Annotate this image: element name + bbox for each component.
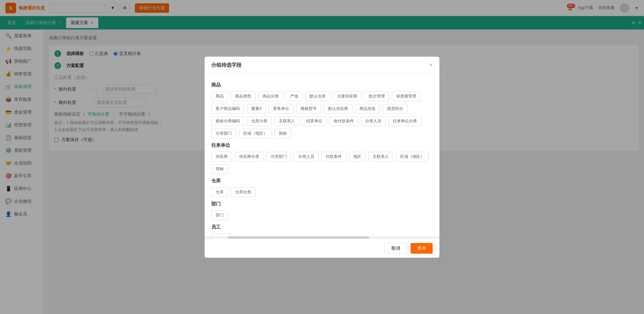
section-title-warehouse: 仓库 — [211, 178, 433, 184]
field-tags-dept: 部门 — [211, 210, 433, 220]
field-tags-employee: 业务员 — [211, 234, 433, 237]
field-tag[interactable]: 分管人员 — [294, 152, 319, 162]
field-tag[interactable]: 简称 — [211, 164, 228, 174]
field-tag[interactable]: 主联系人 — [274, 116, 299, 126]
field-tag[interactable]: 商品类型 — [231, 91, 256, 101]
field-tags-partner: 供应商 供应商分类 分管部门 分管人员 付款条件 地区 主联系人 区域（地区） … — [211, 152, 433, 174]
field-tags-goods: 商品 商品类型 商品分类 产地 默认仓库 主要供应商 批次管理 保质期管理 客户… — [211, 91, 433, 138]
field-tag[interactable]: 主联系人 — [368, 152, 393, 162]
field-select-modal: 分组待选字段 × 商品 商品 商品类型 商品分类 产地 默认仓库 主要供应商 批… — [205, 57, 439, 258]
field-tag[interactable]: 区域（地区） — [396, 152, 429, 162]
field-tag[interactable]: 收付款条件 — [329, 116, 358, 126]
field-tag[interactable]: 默认供应商 — [324, 104, 353, 114]
field-tag[interactable]: 分管人员 — [361, 116, 386, 126]
field-tag[interactable]: 区域（地区） — [239, 129, 272, 138]
field-tag[interactable]: 商品分类 — [258, 91, 283, 101]
scrollbar-thumb — [228, 236, 369, 238]
section-title-employee: 员工 — [211, 224, 433, 230]
field-tag[interactable]: 客户商品编码 — [211, 104, 244, 114]
field-tag[interactable]: 默认仓库 — [305, 91, 330, 101]
modal-title: 分组待选字段 — [211, 62, 241, 68]
modal-header: 分组待选字段 × — [205, 57, 439, 73]
field-tag[interactable]: 规格型号 — [296, 104, 321, 114]
field-tag[interactable]: 税收分类编码 — [211, 116, 244, 126]
field-tag[interactable]: 主要供应商 — [333, 91, 362, 101]
field-tag[interactable]: 零售单位 — [269, 104, 293, 114]
field-tag[interactable]: 拣货积分 — [383, 104, 408, 114]
field-tag[interactable]: 供应商 — [211, 152, 232, 162]
field-tags-warehouse: 仓库 仓库分类 — [211, 187, 433, 197]
field-tag[interactable]: 分管部门 — [266, 152, 291, 162]
field-tag[interactable]: 往来单位分类 — [388, 116, 421, 126]
section-title-goods: 商品 — [211, 82, 433, 88]
field-tag[interactable]: 商品别名 — [355, 104, 380, 114]
field-tag[interactable]: 批次管理 — [364, 91, 389, 101]
confirm-button[interactable]: 查询 — [411, 243, 433, 254]
modal-footer: 取消 查询 — [205, 239, 439, 258]
section-title-dept: 部门 — [211, 201, 433, 207]
modal-close-btn[interactable]: × — [429, 62, 433, 68]
field-tag[interactable]: 仓库分类 — [231, 187, 256, 197]
modal-overlay: 分组待选字段 × 商品 商品 商品类型 商品分类 产地 默认仓库 主要供应商 批… — [0, 0, 644, 314]
field-tag[interactable]: 仓库分类 — [247, 116, 272, 126]
field-tag[interactable]: 部门 — [211, 210, 228, 220]
field-tag[interactable]: 业务员 — [211, 234, 232, 237]
cancel-button[interactable]: 取消 — [384, 243, 407, 254]
field-tag[interactable]: 供应商分类 — [235, 152, 264, 162]
modal-body: 商品 商品 商品类型 商品分类 产地 默认仓库 主要供应商 批次管理 保质期管理… — [205, 73, 439, 237]
field-tag[interactable]: 仓库 — [211, 187, 228, 197]
field-tag[interactable]: 地区 — [349, 152, 366, 162]
field-tag[interactable]: 简称 — [274, 129, 291, 138]
modal-horizontal-scrollbar[interactable] — [205, 236, 439, 238]
field-tag[interactable]: 结算单位 — [302, 116, 327, 126]
field-tag[interactable]: 商品 — [211, 91, 228, 101]
field-tag[interactable]: 分管部门 — [211, 129, 236, 138]
field-tag[interactable]: 保质期管理 — [392, 91, 421, 101]
field-tag[interactable]: 产地 — [286, 91, 303, 101]
field-tag[interactable]: 付款条件 — [321, 152, 346, 162]
section-title-partner: 往来单位 — [211, 142, 433, 148]
field-tag[interactable]: 重量3 — [247, 104, 266, 114]
